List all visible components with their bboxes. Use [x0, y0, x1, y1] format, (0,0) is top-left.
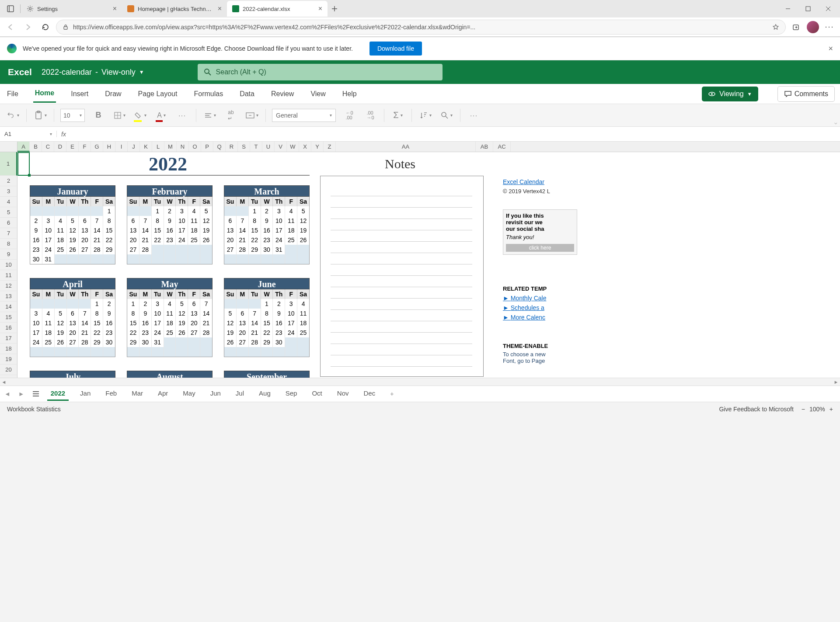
ribbon-tab-draw[interactable]: Draw [103, 86, 123, 102]
column-header[interactable]: R [226, 142, 238, 152]
tab-actions-icon[interactable] [2, 0, 19, 17]
ribbon-tab-formulas[interactable]: Formulas [192, 86, 225, 102]
column-header[interactable]: AC [493, 142, 511, 152]
paste-button[interactable]: ▾ [33, 108, 48, 123]
tab-settings[interactable]: Settings × [21, 1, 122, 17]
column-header[interactable]: E [66, 142, 79, 152]
column-header[interactable]: AA [336, 142, 476, 152]
ribbon-tab-review[interactable]: Review [269, 86, 296, 102]
column-header[interactable]: AB [476, 142, 493, 152]
ribbon-tab-page-layout[interactable]: Page Layout [136, 86, 179, 102]
row-header[interactable]: 17 [0, 333, 17, 344]
number-format-select[interactable]: General▾ [272, 109, 336, 122]
forward-button[interactable] [21, 20, 35, 34]
row-header[interactable]: 2 [0, 176, 17, 186]
fx-icon[interactable]: fx [57, 131, 70, 138]
workbook-statistics[interactable]: Workbook Statistics [7, 406, 61, 413]
column-header[interactable]: P [201, 142, 213, 152]
zoom-out-button[interactable]: − [802, 406, 805, 413]
fill-color-button[interactable]: ▾ [133, 108, 148, 123]
sheet-tab[interactable]: 2022 [47, 387, 69, 401]
column-header[interactable]: J [128, 142, 140, 152]
column-header[interactable]: N [177, 142, 189, 152]
column-header[interactable]: M [164, 142, 177, 152]
column-header[interactable]: V [275, 142, 287, 152]
column-header[interactable]: D [54, 142, 66, 152]
search-input[interactable] [216, 68, 436, 76]
sheet-tab[interactable]: Jan [77, 387, 94, 401]
font-color-button[interactable]: A▾ [154, 108, 169, 123]
name-box[interactable]: A1▾ [0, 131, 57, 137]
column-header[interactable]: F [79, 142, 91, 152]
sheet-tab[interactable]: May [179, 387, 199, 401]
sheet-tab[interactable]: Nov [334, 387, 352, 401]
wrap-text-button[interactable]: ab↵ [223, 108, 238, 123]
ribbon-tab-help[interactable]: Help [341, 86, 359, 102]
column-header[interactable]: L [152, 142, 164, 152]
zoom-in-button[interactable]: + [830, 406, 833, 413]
borders-button[interactable]: ▾ [112, 108, 127, 123]
all-sheets-button[interactable] [32, 391, 39, 397]
row-header[interactable]: 16 [0, 323, 17, 333]
sheet-tab[interactable]: Apr [154, 387, 171, 401]
align-button[interactable]: ▾ [202, 108, 217, 123]
close-icon[interactable]: × [218, 5, 222, 13]
column-header[interactable]: O [189, 142, 201, 152]
row-header[interactable]: 4 [0, 197, 17, 207]
autosum-button[interactable]: Σ▾ [390, 108, 405, 123]
column-header[interactable]: C [42, 142, 54, 152]
column-header[interactable]: Y [311, 142, 324, 152]
profile-avatar[interactable] [807, 21, 819, 33]
find-button[interactable]: ▾ [439, 108, 454, 123]
close-notification-button[interactable]: × [828, 44, 833, 53]
column-header[interactable]: U [262, 142, 275, 152]
sheet-nav-prev[interactable]: ◄ [4, 390, 10, 397]
row-header[interactable]: 1 [0, 152, 17, 176]
column-header[interactable]: A [17, 142, 30, 152]
scroll-right-icon[interactable]: ► [832, 379, 840, 385]
related-link-3[interactable]: ► More Calenc [503, 314, 577, 321]
search-box[interactable] [198, 64, 443, 80]
column-header[interactable]: K [140, 142, 152, 152]
column-header[interactable]: I [115, 142, 128, 152]
column-header[interactable]: X [299, 142, 311, 152]
sheet-tab[interactable]: Dec [360, 387, 379, 401]
column-header[interactable]: Q [213, 142, 226, 152]
column-header[interactable]: S [238, 142, 250, 152]
collapse-ribbon-button[interactable]: ⌵ [834, 120, 837, 125]
sheet-content[interactable]: 2022 Notes JanuarySuMTuWThFSa12345678910… [17, 152, 840, 378]
related-link-2[interactable]: ► Schedules a [503, 304, 577, 311]
column-header[interactable]: B [30, 142, 42, 152]
sheet-tab[interactable]: Sep [282, 387, 301, 401]
related-link-1[interactable]: ► Monthly Cale [503, 295, 577, 302]
row-header[interactable]: 3 [0, 186, 17, 197]
download-file-button[interactable]: Download file [369, 42, 422, 56]
merge-button[interactable]: ▾ [244, 108, 259, 123]
row-header[interactable]: 19 [0, 354, 17, 365]
ribbon-tab-insert[interactable]: Insert [69, 86, 90, 102]
favorite-icon[interactable] [772, 24, 779, 31]
row-header[interactable]: 5 [0, 207, 17, 218]
row-header[interactable]: 15 [0, 312, 17, 323]
sheet-tab[interactable]: Jun [207, 387, 224, 401]
viewing-mode-button[interactable]: Viewing ▼ [702, 87, 758, 101]
undo-button[interactable]: ▾ [5, 108, 20, 123]
row-header[interactable]: 21 [0, 375, 17, 378]
sheet-tab[interactable]: Feb [102, 387, 120, 401]
back-button[interactable] [3, 20, 17, 34]
row-header[interactable]: 8 [0, 239, 17, 249]
document-name[interactable]: 2022-calendar - View-only ▼ [42, 68, 144, 77]
row-header[interactable]: 6 [0, 218, 17, 228]
horizontal-scrollbar[interactable]: ◄ ► [0, 378, 840, 386]
ribbon-tab-home[interactable]: Home [33, 85, 56, 103]
column-header[interactable]: G [91, 142, 103, 152]
new-tab-button[interactable] [328, 0, 342, 17]
excel-calendar-link[interactable]: Excel Calendar [503, 178, 577, 185]
ribbon-tab-file[interactable]: File [5, 86, 20, 102]
sort-filter-button[interactable]: ▾ [418, 108, 433, 123]
row-header[interactable]: 11 [0, 270, 17, 281]
row-header[interactable]: 7 [0, 228, 17, 239]
scroll-left-icon[interactable]: ◄ [0, 379, 8, 385]
more-button[interactable]: ··· [823, 20, 837, 34]
close-window-button[interactable] [818, 0, 838, 17]
